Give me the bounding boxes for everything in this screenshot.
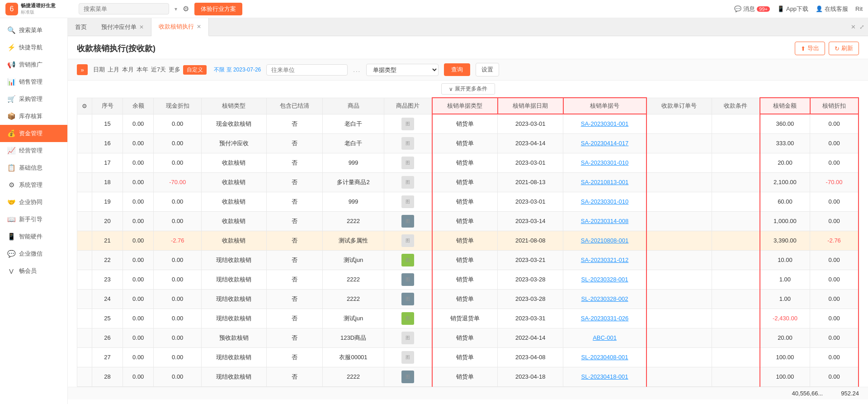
cell-write-off-amount: 1.00: [760, 289, 810, 309]
export-btn[interactable]: ⬆ 导出: [795, 42, 825, 55]
cell-goods: 多计量商品2: [323, 172, 384, 192]
col-receipt-order-no: 收款单订单号: [646, 98, 712, 114]
cell-goods-img: 图: [384, 133, 432, 153]
sidebar-item-finance[interactable]: 💰 资金管理: [0, 125, 67, 142]
app-download-btn[interactable]: 📱 App下载: [777, 5, 808, 13]
refresh-btn[interactable]: ↻ 刷新: [829, 42, 859, 55]
cell-include-settled: 否: [266, 133, 323, 153]
cell-write-off-amount: 1,000.00: [760, 211, 810, 231]
cell-goods: 999: [323, 192, 384, 211]
expand-more-btn[interactable]: ∨ 展开更多条件: [441, 83, 495, 95]
partner-picker-btn[interactable]: ...: [353, 67, 361, 73]
filter-bar: » 日期 上月 本月 本年 近7天 更多 自定义 不限 至 2023-07-26…: [68, 59, 868, 81]
sidebar-item-marketing[interactable]: 📢 营销推广: [0, 56, 67, 73]
table-row: 15 0.00 0.00 现金收款核销 否 老白干 图 销货单 2023-03-…: [77, 114, 859, 133]
page-header: 收款核销执行(按收款) ⬆ 导出 ↻ 刷新: [68, 36, 868, 59]
cell-write-off-discount: 0.00: [810, 114, 859, 133]
settings-btn[interactable]: 设置: [476, 63, 499, 76]
refresh-icon: ↻: [835, 45, 840, 52]
dropdown-icon[interactable]: ▾: [175, 6, 177, 12]
cell-gear: [77, 172, 92, 192]
finance-icon: 💰: [7, 129, 15, 138]
search-input[interactable]: [79, 3, 169, 14]
col-write-off-no: 核销单据号: [563, 98, 646, 114]
date-this-month[interactable]: 本月: [122, 66, 134, 74]
sidebar-item-operation[interactable]: 📈 经营管理: [0, 142, 67, 159]
cell-write-off-doc-type: 销货单: [432, 192, 498, 211]
partner-input[interactable]: [266, 64, 348, 76]
cell-balance: 0.00: [123, 133, 154, 153]
cell-receipt-condition: [712, 347, 760, 367]
cell-gear: [77, 231, 92, 250]
cell-goods: 衣服00001: [323, 347, 384, 367]
sidebar-item-sales[interactable]: 📊 销售管理: [0, 73, 67, 90]
search-icon: 🔍: [7, 26, 15, 34]
doc-type-select[interactable]: 单据类型: [366, 64, 439, 76]
col-balance: 余额: [123, 98, 154, 114]
sidebar-item-hardware[interactable]: 📱 智能硬件: [0, 228, 67, 245]
cell-index: 20: [92, 211, 123, 231]
cell-write-off-type: 现结收款核销: [202, 309, 267, 328]
cell-goods-img: 图: [384, 250, 432, 270]
cell-write-off-date: 2023-03-31: [498, 309, 563, 328]
sidebar-item-system[interactable]: ⚙ 系统管理: [0, 176, 67, 194]
cell-include-settled: 否: [266, 270, 323, 289]
cell-write-off-discount: 0.00: [810, 192, 859, 211]
main-content: 首页 预付冲应付单 ✕ 收款核销执行 ✕ ✕ ⤢ 收款核销执行(按收款) ⬆: [68, 18, 868, 404]
cell-receipt-order-no: [646, 347, 712, 367]
cell-goods-img: 图: [384, 367, 432, 386]
query-btn[interactable]: 查询: [444, 63, 470, 76]
cell-goods-img: 图: [384, 289, 432, 309]
sidebar-item-collab[interactable]: 🤝 企业协同: [0, 194, 67, 211]
industry-btn[interactable]: 体验行业方案: [194, 3, 242, 15]
date-this-year[interactable]: 本年: [137, 66, 148, 74]
date-more[interactable]: 更多: [169, 66, 180, 74]
export-icon: ⬆: [801, 45, 806, 52]
cell-write-off-no: SA-20230331-026: [563, 309, 646, 328]
cell-include-settled: 否: [266, 211, 323, 231]
app-icon: 📱: [777, 5, 784, 12]
tab-write-off[interactable]: 收款核销执行 ✕: [151, 18, 209, 36]
date-7days[interactable]: 近7天: [151, 66, 166, 74]
sidebar-item-wechat[interactable]: 💬 企业微信: [0, 245, 67, 262]
sidebar-item-guide[interactable]: 📖 新手引导: [0, 211, 67, 228]
cell-gear: [77, 192, 92, 211]
sidebar-item-purchase[interactable]: 🛒 采购管理: [0, 90, 67, 108]
cell-index: 26: [92, 328, 123, 347]
table-container: ⚙ 序号 余额 现金折扣 核销类型 包含已结清 商品 商品图片 核销单据类型 核…: [68, 97, 868, 387]
cell-goods-img: 图: [384, 270, 432, 289]
tab-close-all[interactable]: ✕: [851, 24, 856, 30]
tab-prepay[interactable]: 预付冲应付单 ✕: [94, 18, 151, 36]
cell-write-off-no: SA-20230314-008: [563, 211, 646, 231]
cell-index: 18: [92, 172, 123, 192]
cell-receipt-order-no: [646, 270, 712, 289]
sidebar-item-nav[interactable]: ⚡ 快捷导航: [0, 39, 67, 56]
online-service-btn[interactable]: 👤 在线客服: [816, 5, 848, 13]
sidebar-item-inventory[interactable]: 📦 库存核算: [0, 108, 67, 125]
cell-write-off-discount: -70.00: [810, 172, 859, 192]
cell-goods: 测试jun: [323, 309, 384, 328]
cell-balance: 0.00: [123, 231, 154, 250]
filter-expand-btn[interactable]: »: [77, 64, 88, 75]
sidebar-item-basic[interactable]: 📋 基础信息: [0, 159, 67, 176]
cell-write-off-no: SA-20230301-001: [563, 114, 646, 133]
cell-write-off-doc-type: 销货单: [432, 328, 498, 347]
sidebar-item-vip[interactable]: V 畅会员: [0, 262, 67, 280]
cell-receipt-order-no: [646, 172, 712, 192]
notification-btn[interactable]: 💬 消息 99+: [734, 5, 770, 13]
tab-home[interactable]: 首页: [68, 18, 94, 36]
user-name[interactable]: Rit: [855, 5, 863, 12]
settings-icon[interactable]: ⚙: [183, 5, 189, 13]
cell-write-off-amount: 333.00: [760, 133, 810, 153]
cell-write-off-doc-type: 销货单: [432, 347, 498, 367]
tab-prepay-close[interactable]: ✕: [139, 24, 144, 30]
date-last-month[interactable]: 上月: [108, 66, 119, 74]
logo-icon: 6: [5, 3, 18, 15]
cell-receipt-condition: [712, 172, 760, 192]
cell-include-settled: 否: [266, 153, 323, 172]
tab-expand[interactable]: ⤢: [859, 24, 864, 30]
tab-write-off-close[interactable]: ✕: [197, 24, 201, 30]
sidebar-item-search[interactable]: 🔍 搜索菜单: [0, 22, 67, 39]
col-gear[interactable]: ⚙: [77, 98, 92, 114]
date-custom[interactable]: 自定义: [183, 65, 207, 75]
